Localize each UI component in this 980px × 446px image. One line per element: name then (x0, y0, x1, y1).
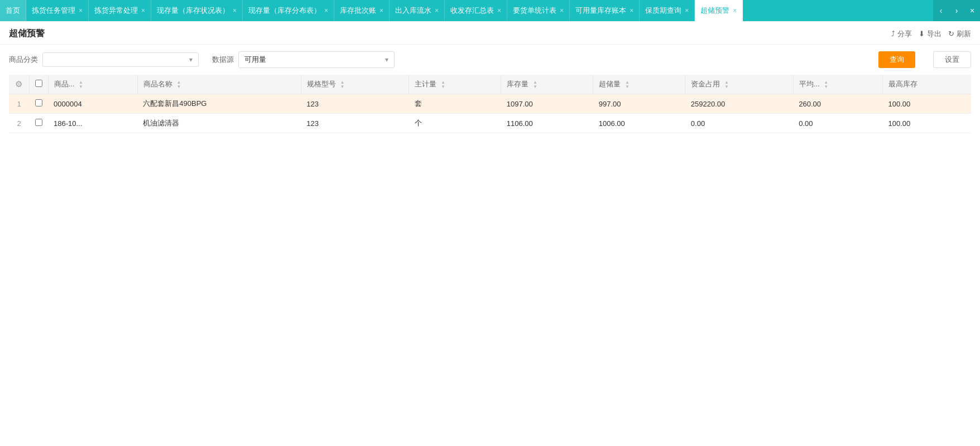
sort-icons: ▲▼ (340, 80, 344, 89)
close-icon[interactable]: × (435, 7, 439, 14)
nav-item-batch[interactable]: 库存批次账 × (334, 0, 390, 21)
page-header: 超储预警 ⤴ 分享 ⬇ 导出 ↻ 刷新 (0, 21, 980, 45)
nav-item-flow[interactable]: 出入库流水 × (390, 0, 445, 21)
row-product-code: 0000004 (48, 94, 137, 114)
datasource-filter: 数据源 可用量 ▾ (212, 51, 395, 68)
row-spec: 123 (301, 114, 409, 133)
row-avg: 260.00 (793, 94, 882, 114)
row-overstock: 997.00 (593, 94, 685, 114)
refresh-icon: ↻ (948, 30, 954, 38)
th-product-name[interactable]: 商品名称 ▲▼ (137, 75, 301, 94)
sort-icons: ▲▼ (824, 80, 828, 89)
nav-prev-button[interactable]: ‹ (933, 0, 949, 21)
sort-icons: ▲▼ (441, 80, 445, 89)
close-icon[interactable]: × (141, 7, 145, 14)
sort-icons: ▲▼ (176, 80, 181, 89)
header-actions: ⤴ 分享 ⬇ 导出 ↻ 刷新 (891, 29, 971, 39)
datasource-select[interactable]: 可用量 ▾ (238, 51, 395, 68)
th-avg[interactable]: 平均... ▲▼ (793, 75, 882, 94)
select-all-checkbox[interactable] (35, 80, 42, 87)
datasource-label: 数据源 (212, 55, 234, 65)
sort-icons: ▲▼ (724, 80, 729, 89)
close-icon[interactable]: × (79, 7, 83, 14)
page-title: 超储预警 (9, 28, 45, 40)
row-spec: 123 (301, 94, 409, 114)
query-button[interactable]: 查询 (878, 51, 915, 68)
close-icon[interactable]: × (324, 7, 328, 14)
datasource-value: 可用量 (244, 55, 266, 65)
top-navigation: 首页 拣货任务管理 × 拣货异常处理 × 现存量（库存状况表） × 现存量（库存… (0, 0, 980, 21)
row-index: 1 (9, 94, 29, 114)
row-index: 2 (9, 114, 29, 133)
th-capital[interactable]: 资金占用 ▲▼ (685, 75, 793, 94)
row-max-stock: 100.00 (883, 114, 971, 133)
nav-item-expiry[interactable]: 保质期查询 × (640, 0, 695, 21)
chevron-down-icon: ▾ (189, 56, 193, 64)
nav-item-home[interactable]: 首页 (0, 0, 26, 21)
row-checkbox[interactable] (35, 99, 42, 106)
th-checkbox[interactable] (29, 75, 48, 94)
th-unit[interactable]: 主计量 ▲▼ (409, 75, 501, 94)
row-unit: 套 (409, 94, 501, 114)
export-button[interactable]: ⬇ 导出 (919, 29, 941, 39)
th-max-stock[interactable]: 最高库存 (883, 75, 971, 94)
row-product-code: 186-10... (48, 114, 137, 133)
nav-item-abnormal[interactable]: 拣货异常处理 × (89, 0, 151, 21)
sort-icons: ▲▼ (79, 80, 83, 89)
row-stock: 1106.00 (501, 114, 593, 133)
nav-arrows: ‹ › × (933, 0, 980, 21)
nav-item-stock-dist[interactable]: 现存量（库存分布表） × (243, 0, 334, 21)
row-capital: 259220.00 (685, 94, 793, 114)
gear-icon[interactable]: ⚙ (15, 79, 22, 89)
nav-close-button[interactable]: × (964, 0, 980, 21)
nav-item-stock-status[interactable]: 现存量（库存状况表） × (151, 0, 243, 21)
close-icon[interactable]: × (233, 7, 237, 14)
page-content: 超储预警 ⤴ 分享 ⬇ 导出 ↻ 刷新 商品分类 ▾ 数据源 (0, 21, 980, 446)
row-checkbox[interactable] (35, 119, 42, 126)
settings-button[interactable]: 设置 (933, 51, 971, 68)
table-header-row: ⚙ 商品... ▲▼ 商品名称 ▲▼ 规格型号 ▲▼ (9, 75, 971, 94)
sort-icons: ▲▼ (625, 80, 630, 89)
nav-item-task-mgmt[interactable]: 拣货任务管理 × (26, 0, 89, 21)
row-overstock: 1006.00 (593, 114, 685, 133)
data-table: ⚙ 商品... ▲▼ 商品名称 ▲▼ 规格型号 ▲▼ (9, 75, 971, 133)
row-unit: 个 (409, 114, 501, 133)
row-stock: 1097.00 (501, 94, 593, 114)
row-avg: 0.00 (793, 114, 882, 133)
nav-item-available[interactable]: 可用量库存账本 × (570, 0, 640, 21)
nav-item-summary[interactable]: 收发存汇总表 × (445, 0, 507, 21)
table-row: 1 0000004 六配套新昌490BPG 123 套 1097.00 997.… (9, 94, 971, 114)
close-icon[interactable]: × (733, 7, 737, 14)
close-icon[interactable]: × (685, 7, 689, 14)
th-settings[interactable]: ⚙ (9, 75, 29, 94)
refresh-button[interactable]: ↻ 刷新 (948, 29, 971, 39)
share-button[interactable]: ⤴ 分享 (891, 29, 912, 39)
th-spec[interactable]: 规格型号 ▲▼ (301, 75, 409, 94)
th-product-code[interactable]: 商品... ▲▼ (48, 75, 137, 94)
row-checkbox-cell[interactable] (29, 114, 48, 133)
th-stock[interactable]: 库存量 ▲▼ (501, 75, 593, 94)
share-icon: ⤴ (891, 30, 895, 38)
category-label: 商品分类 (9, 55, 38, 65)
row-capital: 0.00 (685, 114, 793, 133)
chevron-down-icon: ▾ (385, 56, 388, 64)
table-body: 1 0000004 六配套新昌490BPG 123 套 1097.00 997.… (9, 94, 971, 133)
filter-area: 商品分类 ▾ 数据源 可用量 ▾ 查询 设置 (0, 45, 980, 75)
row-max-stock: 100.00 (883, 94, 971, 114)
table-row: 2 186-10... 机油滤清器 123 个 1106.00 1006.00 … (9, 114, 971, 133)
nav-item-overstock[interactable]: 超储预警 × (695, 0, 743, 21)
nav-next-button[interactable]: › (949, 0, 964, 21)
category-filter: 商品分类 ▾ (9, 52, 199, 67)
table-container: ⚙ 商品... ▲▼ 商品名称 ▲▼ 规格型号 ▲▼ (0, 75, 980, 133)
sort-icons: ▲▼ (533, 80, 537, 89)
row-product-name: 机油滤清器 (137, 114, 301, 133)
category-select[interactable]: ▾ (42, 52, 199, 67)
th-overstock[interactable]: 超储量 ▲▼ (593, 75, 685, 94)
row-product-name: 六配套新昌490BPG (137, 94, 301, 114)
nav-item-demand[interactable]: 要货单统计表 × (507, 0, 570, 21)
close-icon[interactable]: × (379, 7, 383, 14)
row-checkbox-cell[interactable] (29, 94, 48, 114)
close-icon[interactable]: × (497, 7, 501, 14)
close-icon[interactable]: × (560, 7, 564, 14)
close-icon[interactable]: × (630, 7, 633, 14)
